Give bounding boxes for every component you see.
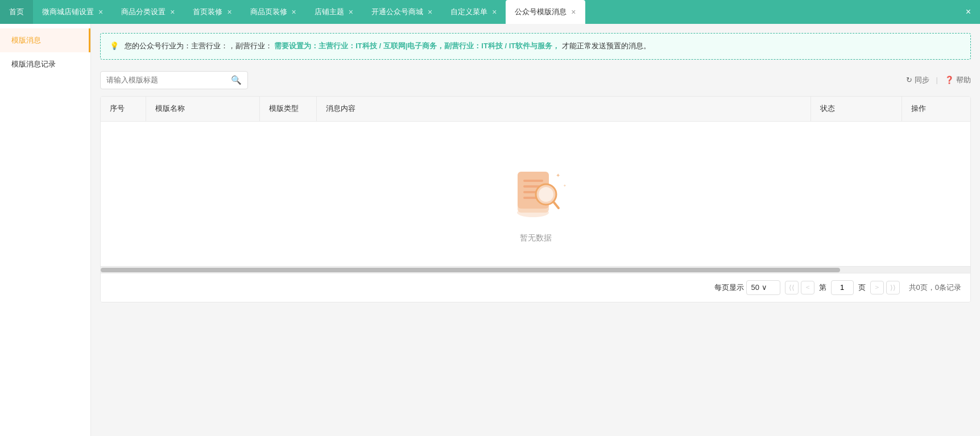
- per-page-label: 每页显示: [714, 283, 744, 293]
- tab-template-msg-label: 公众号模版消息: [515, 7, 567, 17]
- sync-icon: ↻: [906, 76, 912, 84]
- sidebar-item-template-message-label: 模版消息: [11, 36, 41, 44]
- tab-home-decor[interactable]: 首页装修 ×: [184, 0, 241, 24]
- tab-shop-theme-close[interactable]: ×: [349, 8, 353, 16]
- tab-product-category-close[interactable]: ×: [170, 8, 175, 16]
- sidebar-item-template-record-label: 模版消息记录: [11, 60, 56, 68]
- th-action-label: 操作: [911, 103, 926, 114]
- svg-rect-3: [523, 180, 543, 182]
- tab-template-msg-close[interactable]: ×: [571, 8, 576, 16]
- th-name: 模版名称: [146, 97, 260, 121]
- svg-line-9: [553, 202, 559, 208]
- tab-home-label: 首页: [9, 7, 24, 17]
- page-input[interactable]: [831, 280, 854, 295]
- tab-custom-menu[interactable]: 自定义菜单 ×: [441, 0, 506, 24]
- svg-text:✦: ✦: [556, 172, 560, 178]
- last-page-button[interactable]: ⟩⟩: [886, 281, 900, 294]
- next-page-button[interactable]: ＞: [870, 281, 884, 294]
- divider: |: [936, 76, 938, 84]
- help-label: 帮助: [956, 75, 971, 85]
- pagination: 每页显示 50 ∨ ⟨⟨ ＜ 第 页 ＞ ⟩⟩ 共0页，0条记录: [101, 273, 970, 302]
- svg-point-8: [539, 187, 553, 202]
- page-nav: ⟨⟨ ＜ 第 页 ＞ ⟩⟩: [785, 280, 900, 295]
- th-action: 操作: [902, 97, 970, 121]
- tab-shop-theme[interactable]: 店铺主题 ×: [305, 0, 362, 24]
- page-label: 第: [819, 283, 826, 293]
- tab-open-mall-label: 开通公众号商城: [371, 7, 423, 17]
- close-all-button[interactable]: ×: [957, 7, 980, 17]
- notice-suffix: 才能正常发送预置的消息。: [562, 41, 651, 50]
- th-status-label: 状态: [820, 103, 835, 114]
- tab-product-decor-close[interactable]: ×: [292, 8, 296, 16]
- notice-icon: 💡: [110, 41, 119, 50]
- tab-wsc-close[interactable]: ×: [98, 8, 103, 16]
- search-bar: 🔍 ↻ 同步 | ❓ 帮助: [100, 71, 971, 89]
- tab-home[interactable]: 首页: [0, 0, 33, 24]
- th-content-label: 消息内容: [326, 103, 355, 114]
- empty-text: 暂无数据: [520, 233, 552, 243]
- tab-template-msg[interactable]: 公众号模版消息 ×: [506, 0, 585, 24]
- scroll-thumb[interactable]: [101, 268, 840, 272]
- sidebar-item-template-record[interactable]: 模版消息记录: [0, 52, 90, 76]
- th-content: 消息内容: [317, 97, 811, 121]
- tab-shop-theme-label: 店铺主题: [315, 7, 344, 17]
- help-button[interactable]: ❓ 帮助: [945, 75, 971, 85]
- first-page-button[interactable]: ⟨⟨: [785, 281, 799, 294]
- chevron-down-icon: ∨: [762, 283, 767, 292]
- help-icon: ❓: [945, 76, 954, 84]
- toolbar-right: ↻ 同步 | ❓ 帮助: [906, 75, 971, 85]
- th-name-label: 模版名称: [155, 103, 185, 114]
- tab-product-category[interactable]: 商品分类设置 ×: [112, 0, 184, 24]
- tab-wsc-settings[interactable]: 微商城店铺设置 ×: [33, 0, 112, 24]
- tab-open-mall-close[interactable]: ×: [428, 8, 432, 16]
- data-table: 序号 模版名称 模版类型 消息内容 状态 操作: [100, 96, 971, 302]
- notice-highlight: 需要设置为：主营行业：IT科技 / 互联网|电子商务，副营行业：IT科技 / I…: [274, 41, 560, 50]
- per-page-select[interactable]: 50 ∨: [746, 280, 780, 295]
- sidebar-item-template-message[interactable]: 模版消息: [0, 28, 90, 52]
- empty-state: ✦ ✦ 暂无数据: [101, 122, 970, 266]
- sidebar: 模版消息 模版消息记录: [0, 24, 91, 436]
- page-size-select: 每页显示 50 ∨: [714, 280, 780, 295]
- tab-bar: 首页 微商城店铺设置 × 商品分类设置 × 首页装修 × 商品页装修 × 店铺主…: [0, 0, 980, 24]
- th-seq-label: 序号: [110, 103, 125, 114]
- search-icon[interactable]: 🔍: [231, 75, 242, 85]
- notice-box: 💡 您的公众号行业为：主营行业：，副营行业： 需要设置为：主营行业：IT科技 /…: [100, 33, 971, 60]
- table-header: 序号 模版名称 模版类型 消息内容 状态 操作: [101, 97, 970, 122]
- tab-product-decor[interactable]: 商品页装修 ×: [241, 0, 305, 24]
- tab-open-mall[interactable]: 开通公众号商城 ×: [362, 0, 441, 24]
- main-layout: 模版消息 模版消息记录 💡 您的公众号行业为：主营行业：，副营行业： 需要设置为…: [0, 24, 980, 436]
- scroll-area[interactable]: [101, 266, 970, 273]
- tab-wsc-label: 微商城店铺设置: [42, 7, 94, 17]
- th-type: 模版类型: [260, 97, 317, 121]
- sync-label: 同步: [915, 75, 929, 85]
- svg-text:✦: ✦: [563, 184, 567, 188]
- tab-product-category-label: 商品分类设置: [121, 7, 166, 17]
- tab-home-decor-label: 首页装修: [193, 7, 222, 17]
- per-page-value: 50: [751, 283, 759, 292]
- sync-button[interactable]: ↻ 同步: [906, 75, 929, 85]
- content-area: 💡 您的公众号行业为：主营行业：，副营行业： 需要设置为：主营行业：IT科技 /…: [91, 24, 980, 436]
- page-unit: 页: [858, 283, 866, 293]
- empty-illustration: ✦ ✦: [502, 156, 570, 224]
- tab-custom-menu-label: 自定义菜单: [450, 7, 487, 17]
- page-total: 共0页，0条记录: [909, 283, 961, 293]
- tab-home-decor-close[interactable]: ×: [227, 8, 231, 16]
- tab-custom-menu-close[interactable]: ×: [492, 8, 497, 16]
- tab-product-decor-label: 商品页装修: [250, 7, 287, 17]
- prev-page-button[interactable]: ＜: [801, 281, 814, 294]
- th-type-label: 模版类型: [269, 103, 299, 114]
- th-seq: 序号: [101, 97, 146, 121]
- search-input[interactable]: [106, 76, 231, 84]
- search-input-wrap[interactable]: 🔍: [100, 71, 248, 89]
- notice-prefix: 您的公众号行业为：主营行业：，副营行业：: [125, 41, 272, 50]
- th-status: 状态: [811, 97, 902, 121]
